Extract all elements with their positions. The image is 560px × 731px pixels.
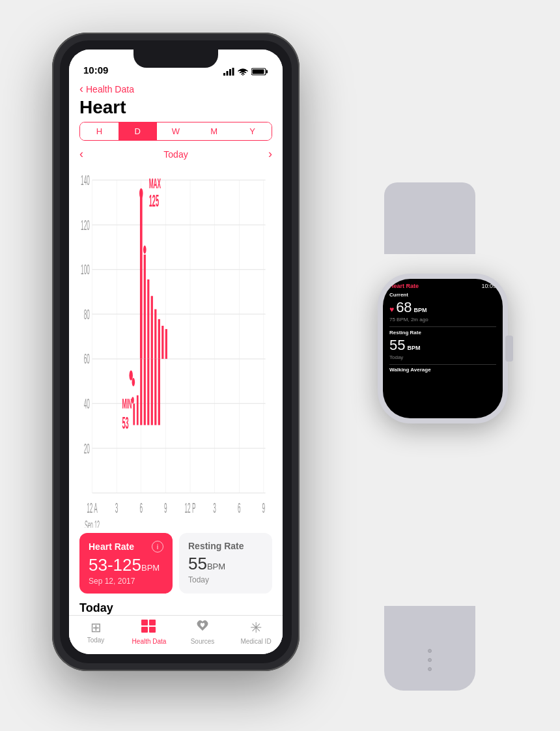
svg-rect-2 <box>229 69 231 76</box>
watch-heart-row: ♥ 68 BPM <box>389 299 496 316</box>
scene: 10:09 <box>0 0 560 731</box>
back-label: Health Data <box>86 84 134 94</box>
heart-rate-value: 53-125BPM <box>89 555 163 575</box>
medical-id-icon: ✳ <box>250 620 262 637</box>
status-time: 10:09 <box>83 64 108 76</box>
svg-rect-66 <box>149 620 156 625</box>
info-button[interactable]: i <box>152 541 163 552</box>
chart-container: 140 120 100 80 60 40 20 12 A 3 6 9 <box>69 164 283 528</box>
svg-text:6: 6 <box>139 499 143 517</box>
tab-medical-id[interactable]: ✳ Medical ID <box>229 620 283 645</box>
svg-point-47 <box>143 246 147 254</box>
nav-bar: ‹ Health Data <box>69 78 283 96</box>
svg-text:125: 125 <box>149 192 159 210</box>
tab-health-data-label: Health Data <box>132 638 167 645</box>
back-button[interactable]: ‹ Health Data <box>79 82 272 96</box>
svg-text:40: 40 <box>84 395 90 412</box>
watch-status-bar: Heart Rate 10:09 <box>383 279 503 291</box>
sources-icon <box>195 620 210 637</box>
strap-hole-1 <box>428 649 432 653</box>
svg-point-57 <box>132 397 134 403</box>
svg-text:9: 9 <box>164 499 167 517</box>
watch-divider-2 <box>389 364 496 365</box>
watch-body: Heart Rate 10:09 Current ♥ 68 BPM 75 BPM… <box>378 274 508 423</box>
svg-rect-7 <box>253 70 264 74</box>
iphone-screen: 10:09 <box>69 50 283 654</box>
iphone-inner: 10:09 <box>60 40 292 663</box>
tab-d[interactable]: D <box>119 122 157 140</box>
svg-rect-65 <box>141 620 148 625</box>
tab-h[interactable]: H <box>80 122 119 140</box>
page-title: Heart <box>69 96 283 122</box>
svg-text:12 A: 12 A <box>87 499 98 517</box>
resting-rate-card[interactable]: Resting Rate 55BPM Today <box>179 533 272 594</box>
resting-card-title: Resting Rate <box>188 541 244 551</box>
svg-point-4 <box>242 75 244 76</box>
card-title: Heart Rate <box>89 541 134 552</box>
date-nav: ‹ Today › <box>69 145 283 164</box>
watch-current-bpm: 68 <box>396 299 412 316</box>
tab-today-label: Today <box>87 637 105 644</box>
svg-text:120: 120 <box>81 216 90 233</box>
strap-hole-2 <box>428 658 432 662</box>
health-data-icon <box>141 620 157 637</box>
bpm-unit: BPM <box>141 563 160 573</box>
watch-resting-sub: Today <box>389 354 496 360</box>
tab-y[interactable]: Y <box>233 122 272 140</box>
resting-card-header: Resting Rate <box>188 541 263 551</box>
watch-walking-section: Walking Average <box>389 367 496 373</box>
svg-text:140: 140 <box>81 171 90 189</box>
stats-row: Heart Rate i 53-125BPM Sep 12, 2017 Rest… <box>69 528 283 599</box>
svg-text:12 P: 12 P <box>185 499 196 517</box>
svg-text:60: 60 <box>84 350 90 367</box>
svg-text:Sep 12: Sep 12 <box>85 517 100 528</box>
tab-sources[interactable]: Sources <box>176 620 229 645</box>
svg-rect-1 <box>227 71 229 76</box>
watch-walking-title: Walking Average <box>389 367 496 373</box>
svg-rect-6 <box>266 70 268 74</box>
iphone: 10:09 <box>52 33 300 671</box>
resting-date: Today <box>188 575 263 584</box>
svg-rect-68 <box>149 627 156 633</box>
date-label: Today <box>163 149 188 160</box>
stat-date: Sep 12, 2017 <box>89 577 163 586</box>
svg-text:3: 3 <box>213 499 216 517</box>
card-header: Heart Rate i <box>89 541 163 552</box>
tab-today[interactable]: ⊞ Today <box>69 620 122 644</box>
watch-time: 10:09 <box>481 283 496 289</box>
app-content: ‹ Health Data Heart H D W M Y <box>69 78 283 654</box>
prev-arrow[interactable]: ‹ <box>79 147 83 161</box>
watch-divider-1 <box>389 326 496 327</box>
heart-rate-card[interactable]: Heart Rate i 53-125BPM Sep 12, 2017 <box>79 533 173 594</box>
tab-w[interactable]: W <box>157 122 195 140</box>
tab-sources-label: Sources <box>191 638 215 645</box>
tab-medical-id-label: Medical ID <box>240 638 271 645</box>
svg-point-41 <box>132 378 135 386</box>
svg-text:3: 3 <box>115 499 119 517</box>
resting-rate-value: 55BPM <box>188 554 263 574</box>
watch-screen: Heart Rate 10:09 Current ♥ 68 BPM 75 BPM… <box>383 279 503 418</box>
status-icons <box>223 68 268 76</box>
watch-resting-title: Resting Rate <box>389 330 496 336</box>
time-tabs: H D W M Y <box>79 122 272 141</box>
watch-resting-row: 55 BPM <box>389 337 496 354</box>
svg-rect-3 <box>232 68 234 76</box>
svg-text:MAX: MAX <box>149 175 161 192</box>
svg-text:MIN: MIN <box>122 395 132 412</box>
watch-strap-top <box>384 182 475 254</box>
next-arrow[interactable]: › <box>268 147 272 161</box>
tab-health-data[interactable]: Health Data <box>122 620 176 645</box>
strap-hole-3 <box>428 667 432 671</box>
watch-strap-bottom <box>384 606 475 691</box>
watch-resting-section: Resting Rate 55 BPM Today <box>389 330 496 360</box>
watch-resting-unit: BPM <box>407 345 420 351</box>
tab-m[interactable]: M <box>195 122 233 140</box>
svg-point-40 <box>129 371 133 380</box>
watch-heart-icon: ♥ <box>389 305 394 314</box>
svg-text:6: 6 <box>238 499 241 517</box>
svg-text:20: 20 <box>84 439 90 457</box>
watch-current-section: Current ♥ 68 BPM 75 BPM, 2m ago <box>389 292 496 322</box>
heart-rate-chart: 140 120 100 80 60 40 20 12 A 3 6 9 <box>74 164 277 528</box>
today-icon: ⊞ <box>91 620 102 635</box>
signal-icon <box>223 68 234 76</box>
